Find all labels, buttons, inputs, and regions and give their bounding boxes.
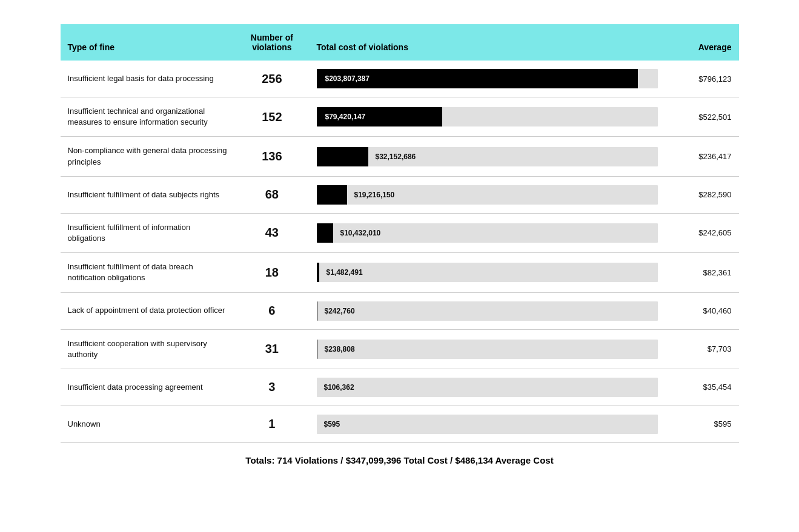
cell-chart: $106,362 xyxy=(310,369,671,406)
bar-fill xyxy=(317,147,368,166)
table-row: Lack of appointment of data protection o… xyxy=(61,292,739,329)
cell-average: $796,123 xyxy=(670,61,738,97)
violations-table: Type of fine Number ofviolations Total c… xyxy=(61,24,739,443)
bar-container: $203,807,387 xyxy=(317,69,658,88)
bar-fill xyxy=(317,340,317,359)
table-row: Unknown1$595$595 xyxy=(61,406,739,442)
cell-average: $595 xyxy=(670,406,738,442)
bar-label: $10,432,010 xyxy=(337,229,381,237)
cell-violations: 256 xyxy=(234,61,309,97)
table-row: Non-compliance with general data process… xyxy=(61,137,739,176)
bar-label: $595 xyxy=(320,420,340,429)
bar-container: $19,216,150 xyxy=(317,185,658,205)
table-row: Insufficient fulfillment of data subject… xyxy=(61,176,739,213)
bar-container: $1,482,491 xyxy=(317,263,658,282)
cell-average: $522,501 xyxy=(670,97,738,137)
bar-label: $242,760 xyxy=(321,307,355,315)
cell-violations: 6 xyxy=(234,292,309,329)
cell-average: $282,590 xyxy=(670,176,738,213)
bar-fill xyxy=(317,223,333,243)
cell-average: $40,460 xyxy=(670,292,738,329)
cell-chart: $1,482,491 xyxy=(310,253,671,292)
cell-average: $242,605 xyxy=(670,213,738,252)
bar-container: $242,760 xyxy=(317,301,658,321)
cell-type: Insufficient cooperation with supervisor… xyxy=(61,329,235,369)
bar-label: $203,807,387 xyxy=(322,74,370,83)
cell-type: Unknown xyxy=(61,406,235,442)
cell-type: Lack of appointment of data protection o… xyxy=(61,292,235,329)
cell-violations: 152 xyxy=(234,97,309,137)
bar-container: $595 xyxy=(317,415,658,434)
table-header-row: Type of fine Number ofviolations Total c… xyxy=(61,24,739,61)
bar-container: $32,152,686 xyxy=(317,147,658,166)
cell-chart: $19,216,150 xyxy=(310,176,671,213)
bar-label: $32,152,686 xyxy=(372,153,416,161)
cell-chart: $238,808 xyxy=(310,329,671,369)
cell-chart: $10,432,010 xyxy=(310,213,671,252)
cell-average: $7,703 xyxy=(670,329,738,369)
bar-fill xyxy=(317,263,319,282)
table-row: Insufficient data processing agreement3$… xyxy=(61,369,739,406)
cell-type: Insufficient technical and organizationa… xyxy=(61,97,235,137)
table-row: Insufficient technical and organizationa… xyxy=(61,97,739,137)
cell-violations: 43 xyxy=(234,213,309,252)
bar-fill xyxy=(317,301,317,321)
cell-type: Insufficient fulfillment of data subject… xyxy=(61,176,235,213)
cell-type: Non-compliance with general data process… xyxy=(61,137,235,176)
cell-chart: $595 xyxy=(310,406,671,442)
table-row: Insufficient legal basis for data proces… xyxy=(61,61,739,97)
header-average: Average xyxy=(670,24,738,61)
totals-summary: Totals: 714 Violations / $347,099,396 To… xyxy=(61,455,739,465)
bar-container: $106,362 xyxy=(317,378,658,397)
header-chart: Total cost of violations xyxy=(310,24,671,61)
bar-label: $1,482,491 xyxy=(323,268,363,277)
cell-type: Insufficient fulfillment of data breach … xyxy=(61,253,235,292)
cell-chart: $203,807,387 xyxy=(310,61,671,97)
bar-container: $10,432,010 xyxy=(317,223,658,243)
header-violations: Number ofviolations xyxy=(234,24,309,61)
cell-chart: $242,760 xyxy=(310,292,671,329)
cell-violations: 18 xyxy=(234,253,309,292)
cell-violations: 3 xyxy=(234,369,309,406)
table-row: Insufficient cooperation with supervisor… xyxy=(61,329,739,369)
cell-chart: $32,152,686 xyxy=(310,137,671,176)
table-row: Insufficient fulfillment of information … xyxy=(61,213,739,252)
cell-violations: 31 xyxy=(234,329,309,369)
cell-average: $236,417 xyxy=(670,137,738,176)
bar-label: $79,420,147 xyxy=(322,113,366,121)
main-container: Type of fine Number ofviolations Total c… xyxy=(36,12,763,484)
bar-fill xyxy=(317,185,347,205)
cell-type: Insufficient fulfillment of information … xyxy=(61,213,235,252)
bar-label: $106,362 xyxy=(320,383,354,392)
bar-container: $79,420,147 xyxy=(317,107,658,126)
cell-average: $82,361 xyxy=(670,253,738,292)
bar-container: $238,808 xyxy=(317,340,658,359)
table-row: Insufficient fulfillment of data breach … xyxy=(61,253,739,292)
cell-chart: $79,420,147 xyxy=(310,97,671,137)
cell-type: Insufficient legal basis for data proces… xyxy=(61,61,235,97)
bar-label: $238,808 xyxy=(321,345,355,353)
cell-violations: 136 xyxy=(234,137,309,176)
cell-violations: 1 xyxy=(234,406,309,442)
header-type: Type of fine xyxy=(61,24,235,61)
cell-violations: 68 xyxy=(234,176,309,213)
cell-type: Insufficient data processing agreement xyxy=(61,369,235,406)
cell-average: $35,454 xyxy=(670,369,738,406)
bar-label: $19,216,150 xyxy=(351,191,395,199)
